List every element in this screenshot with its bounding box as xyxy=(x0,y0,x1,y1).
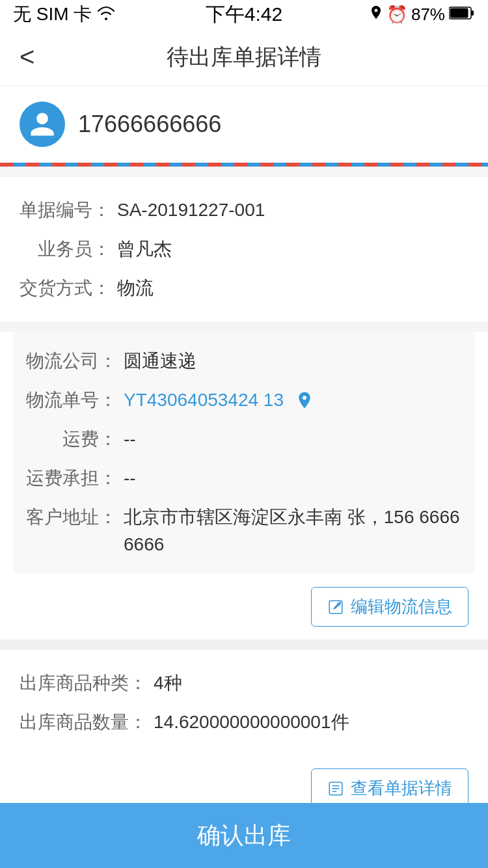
goods-quantity-row: 出库商品数量： 14.620000000000001件 xyxy=(20,709,468,736)
freight-row: 运费： -- xyxy=(26,426,462,453)
freight-value: -- xyxy=(117,426,462,453)
company-label: 物流公司： xyxy=(26,347,117,375)
freight-bearer-value: -- xyxy=(117,465,462,492)
battery-text: 87% xyxy=(411,5,445,25)
address-value: 北京市市辖区海淀区永丰南 张，156 6666 6666 xyxy=(117,504,462,558)
delivery-method-label: 交货方式： xyxy=(20,275,111,302)
location-icon xyxy=(370,5,383,25)
nav-bar: < 待出库单据详情 xyxy=(0,29,488,86)
edit-logistics-button[interactable]: 编辑物流信息 xyxy=(311,587,468,627)
carrier-text: 无 SIM 卡 xyxy=(13,2,92,27)
freight-label: 运费： xyxy=(26,426,117,453)
back-button[interactable]: < xyxy=(20,42,34,72)
confirm-bar: 确认出库 xyxy=(0,803,488,868)
goods-types-row: 出库商品种类： 4种 xyxy=(20,670,468,697)
status-right: ⏰ 87% xyxy=(370,5,475,25)
status-bar: 无 SIM 卡 下午4:42 ⏰ 87% xyxy=(0,0,488,29)
delivery-method-row: 交货方式： 物流 xyxy=(20,275,468,302)
freight-bearer-label: 运费承担： xyxy=(26,465,117,492)
logistics-card: 物流公司： 圆通速递 物流单号： YT43064053424 13 运费： --… xyxy=(13,332,475,574)
freight-bearer-row: 运费承担： -- xyxy=(26,465,462,492)
wifi-icon xyxy=(97,4,115,25)
edit-logistics-action: 编辑物流信息 xyxy=(0,574,488,640)
dashed-divider xyxy=(0,163,488,167)
view-details-button[interactable]: 查看单据详情 xyxy=(311,768,468,808)
company-row: 物流公司： 圆通速递 xyxy=(26,347,462,375)
goods-types-value: 4种 xyxy=(147,670,468,697)
status-time: 下午4:42 xyxy=(206,1,282,28)
company-value: 圆通速递 xyxy=(117,347,462,375)
location-track-icon[interactable] xyxy=(291,387,318,413)
delivery-method-value: 物流 xyxy=(111,275,468,302)
goods-quantity-label: 出库商品数量： xyxy=(20,709,147,736)
tracking-row: 物流单号： YT43064053424 13 xyxy=(26,387,462,414)
goods-types-label: 出库商品种类： xyxy=(20,670,147,697)
order-no-label: 单据编号： xyxy=(20,197,111,224)
avatar xyxy=(20,102,65,147)
goods-quantity-value: 14.620000000000001件 xyxy=(147,709,468,736)
confirm-button[interactable]: 确认出库 xyxy=(197,820,291,852)
salesperson-label: 业务员： xyxy=(20,236,111,263)
logistics-section: 物流公司： 圆通速递 物流单号： YT43064053424 13 运费： --… xyxy=(0,332,488,640)
svg-rect-1 xyxy=(471,10,474,16)
separator xyxy=(0,640,488,650)
goods-section: 出库商品种类： 4种 出库商品数量： 14.620000000000001件 xyxy=(0,650,488,755)
status-left: 无 SIM 卡 xyxy=(13,2,115,27)
customer-phone: 17666666666 xyxy=(78,111,221,138)
tracking-value: YT43064053424 13 xyxy=(117,387,462,414)
address-label: 客户地址： xyxy=(26,504,117,531)
customer-header: 17666666666 xyxy=(0,86,488,163)
nav-title: 待出库单据详情 xyxy=(167,42,321,72)
salesperson-value: 曾凡杰 xyxy=(111,236,468,263)
order-info-section: 单据编号： SA-20191227-001 业务员： 曾凡杰 交货方式： 物流 xyxy=(0,177,488,321)
address-row: 客户地址： 北京市市辖区海淀区永丰南 张，156 6666 6666 xyxy=(26,504,462,558)
order-no-value: SA-20191227-001 xyxy=(111,197,468,224)
battery-icon xyxy=(449,5,475,25)
tracking-label: 物流单号： xyxy=(26,387,117,414)
alarm-icon: ⏰ xyxy=(386,5,407,25)
svg-rect-2 xyxy=(450,8,468,18)
order-no-row: 单据编号： SA-20191227-001 xyxy=(20,197,468,224)
salesperson-row: 业务员： 曾凡杰 xyxy=(20,236,468,263)
